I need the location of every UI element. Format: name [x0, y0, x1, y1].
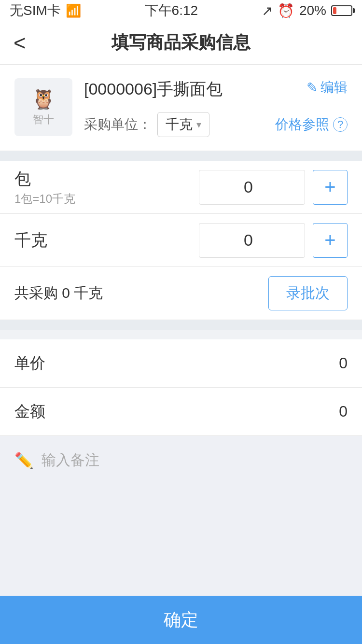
product-card: 🦉 智十 [0000006]手撕面包 ✎ 编辑 采购单位： 千克 ▾ 价格参照 … [0, 65, 362, 151]
batch-button[interactable]: 录批次 [268, 276, 348, 310]
status-right: ↗ ⏰ 20% [262, 3, 352, 19]
help-icon: ? [333, 117, 348, 132]
amount-row: 金额 0 [0, 388, 362, 436]
bao-input-row: 包 1包=10千克 + [0, 161, 362, 214]
battery-percent: 20% [299, 3, 326, 18]
confirm-label: 确定 [164, 608, 198, 632]
product-image: 🦉 智十 [14, 78, 72, 136]
purchase-unit-row: 采购单位： 千克 ▾ 价格参照 ? [84, 112, 348, 137]
purchase-unit-label: 采购单位： [84, 115, 152, 134]
price-section: 单价 0 金额 0 [0, 339, 362, 436]
product-name: [0000006]手撕面包 [84, 78, 223, 100]
bao-sub-label: 1包=10千克 [14, 191, 75, 207]
amount-value: 0 [339, 403, 348, 420]
unit-select[interactable]: 千克 ▾ [157, 112, 209, 137]
bao-plus-button[interactable]: + [313, 170, 348, 205]
wifi-icon: 📶 [66, 3, 81, 18]
edit-icon: ✎ [306, 80, 318, 96]
edit-button[interactable]: ✎ 编辑 [306, 78, 348, 97]
status-bar: 无SIM卡 📶 下午6:12 ↗ ⏰ 20% [0, 0, 362, 21]
price-ref-label: 价格参照 [275, 115, 329, 134]
chevron-down-icon: ▾ [196, 119, 201, 130]
nav-bar: < 填写商品采购信息 [0, 21, 362, 65]
status-left: 无SIM卡 📶 [10, 1, 81, 20]
product-thumbnail: 🦉 智十 [31, 88, 56, 127]
carrier-text: 无SIM卡 [10, 1, 61, 20]
location-icon: ↗ [262, 3, 273, 19]
bao-input-right: + [75, 170, 348, 205]
product-info: [0000006]手撕面包 ✎ 编辑 采购单位： 千克 ▾ 价格参照 ? [84, 78, 348, 137]
price-ref-button[interactable]: 价格参照 ? [275, 115, 348, 134]
summary-row: 共采购 0 千克 录批次 [0, 267, 362, 320]
brand-label: 智十 [33, 112, 54, 127]
alarm-icon: ⏰ [278, 3, 294, 19]
bao-label-group: 包 1包=10千克 [14, 168, 75, 207]
unit-price-label: 单价 [14, 353, 45, 374]
unit-price-value: 0 [339, 354, 348, 372]
qianke-quantity-input[interactable] [199, 223, 305, 258]
section-divider-2 [0, 320, 362, 330]
note-placeholder: 输入备注 [42, 450, 99, 470]
back-button[interactable]: < [14, 31, 26, 55]
pencil-icon: ✏️ [14, 451, 34, 470]
status-time: 下午6:12 [145, 1, 198, 20]
section-divider-1 [0, 151, 362, 161]
battery-icon [331, 5, 352, 16]
unit-price-row: 单价 0 [0, 339, 362, 388]
bao-quantity-input[interactable] [199, 170, 305, 205]
summary-text: 共采购 0 千克 [14, 283, 103, 303]
edit-label: 编辑 [320, 78, 348, 97]
amount-label: 金额 [14, 401, 45, 422]
note-section[interactable]: ✏️ 输入备注 [0, 436, 362, 485]
unit-select-text: 千克 [166, 115, 193, 134]
qianke-main-label: 千克 [14, 229, 72, 252]
qianke-input-right: + [72, 223, 348, 258]
confirm-button[interactable]: 确定 [0, 596, 362, 644]
bao-main-label: 包 [14, 168, 75, 190]
owl-icon: 🦉 [31, 88, 56, 111]
product-header: [0000006]手撕面包 ✎ 编辑 [84, 78, 348, 100]
page-title: 填写商品采购信息 [111, 31, 251, 55]
qianke-label-group: 千克 [14, 229, 72, 252]
qianke-input-row: 千克 + [0, 214, 362, 267]
input-section: 包 1包=10千克 + 千克 + 共采购 0 千克 录批次 [0, 161, 362, 320]
qianke-plus-button[interactable]: + [313, 223, 348, 258]
